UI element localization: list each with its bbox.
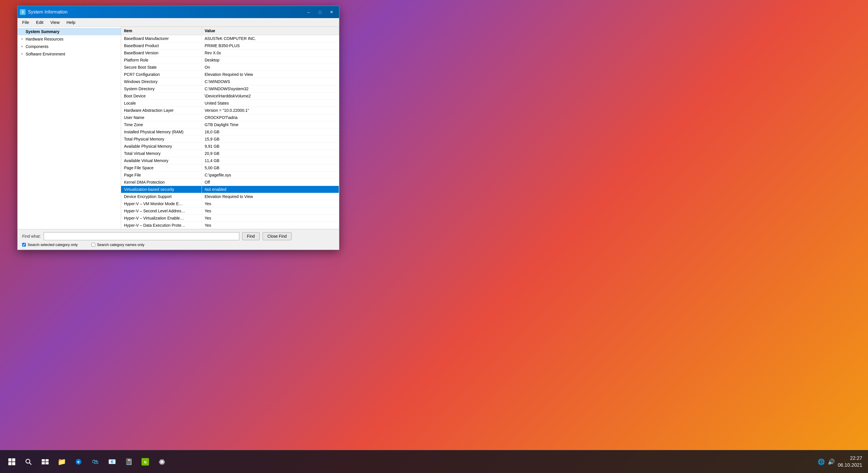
- table-row[interactable]: Device Encryption SupportElevation Requi…: [121, 193, 339, 200]
- sidebar-item-components[interactable]: + Components: [18, 43, 121, 50]
- close-find-button[interactable]: Close Find: [262, 232, 291, 240]
- table-cell-item: Installed Physical Memory (RAM): [121, 129, 202, 136]
- find-bar: Find what: Find Close Find Search select…: [18, 229, 339, 250]
- table-row[interactable]: Secure Boot StateOn: [121, 64, 339, 71]
- clock-time: 22:27: [838, 455, 862, 462]
- sidebar-item-system-summary[interactable]: System Summary: [18, 28, 121, 35]
- table-row[interactable]: Page File Space5,00 GB: [121, 164, 339, 172]
- taskbar-clock[interactable]: 22:27 06.10.2021: [838, 455, 862, 469]
- table-row[interactable]: BaseBoard ManufacturerASUSTeK COMPUTER I…: [121, 35, 339, 42]
- checkbox-search-category[interactable]: Search selected category only: [22, 242, 78, 247]
- svg-rect-9: [45, 462, 49, 464]
- sidebar-item-software-environment[interactable]: + Software Environment: [18, 50, 121, 58]
- table-cell-item: Page File Space: [121, 164, 202, 172]
- svg-line-5: [30, 463, 32, 465]
- sidebar-item-hardware-resources[interactable]: + Hardware Resources: [18, 35, 121, 43]
- sidebar-item-label: System Summary: [26, 29, 60, 34]
- column-header-value: Value: [202, 27, 339, 35]
- taskbar-mail[interactable]: 📧: [106, 456, 118, 468]
- taskbar: 📁 e 🛍 📧 📓 N 🌐 🔊 22:27 06.10: [0, 450, 868, 473]
- taskbar-nvidia[interactable]: N: [139, 456, 151, 468]
- table-row[interactable]: Page FileC:\pagefile.sys: [121, 172, 339, 179]
- table-row[interactable]: Hyper-V – Second Level Addres…Yes: [121, 207, 339, 215]
- table-row[interactable]: Virtualization-based securityNot enabled: [121, 186, 339, 193]
- table-row[interactable]: Hyper-V – Virtualization Enable…Yes: [121, 215, 339, 222]
- taskbar-onenote[interactable]: 📓: [123, 456, 134, 468]
- table-row[interactable]: Hyper-V – VM Monitor Mode E…Yes: [121, 200, 339, 207]
- find-label: Find what:: [22, 234, 41, 238]
- svg-text:e: e: [78, 460, 80, 464]
- taskbar-volume-icon: 🔊: [828, 458, 835, 465]
- menu-item-view[interactable]: View: [47, 19, 63, 26]
- svg-rect-1: [12, 458, 15, 462]
- table-cell-item: Hyper-V – VM Monitor Mode E…: [121, 200, 202, 207]
- table-cell-item: Locale: [121, 100, 202, 107]
- table-cell-item: Device Encryption Support: [121, 193, 202, 200]
- checkbox-search-names[interactable]: Search category names only: [91, 242, 144, 247]
- table-row[interactable]: Total Virtual Memory20,9 GB: [121, 150, 339, 157]
- table-row[interactable]: System DirectoryC:\WINDOWS\system32: [121, 86, 339, 93]
- find-input[interactable]: [44, 232, 239, 240]
- close-button[interactable]: ✕: [327, 8, 337, 16]
- taskbar-store[interactable]: 🛍: [89, 456, 101, 468]
- table-cell-value: 20,9 GB: [202, 150, 339, 157]
- menu-item-edit[interactable]: Edit: [32, 19, 47, 26]
- table-cell-item: Platform Role: [121, 57, 202, 64]
- table-cell-value: Desktop: [202, 57, 339, 64]
- clock-date: 06.10.2021: [838, 462, 862, 469]
- table-row[interactable]: Time ZoneGTB Daylight Time: [121, 121, 339, 129]
- table-cell-item: Page File: [121, 172, 202, 179]
- table-cell-value: On: [202, 64, 339, 71]
- taskbar-file-explorer[interactable]: 📁: [56, 456, 68, 468]
- table-cell-value: PRIME B350-PLUS: [202, 42, 339, 49]
- find-row: Find what: Find Close Find: [22, 232, 335, 240]
- table-cell-value: C:\WINDOWS\system32: [202, 86, 339, 93]
- column-header-item: Item: [121, 27, 202, 35]
- table-row[interactable]: Windows DirectoryC:\WINDOWS: [121, 78, 339, 86]
- table-cell-item: Time Zone: [121, 121, 202, 129]
- expand-icon: +: [21, 52, 25, 56]
- table-row[interactable]: BaseBoard VersionRev X.0x: [121, 49, 339, 57]
- table-cell-item: Kernel DMA Protection: [121, 179, 202, 186]
- taskbar-start-button[interactable]: [6, 456, 18, 468]
- taskbar-taskview-button[interactable]: [39, 456, 51, 468]
- table-cell-value: Yes: [202, 215, 339, 222]
- table-row[interactable]: Kernel DMA ProtectionOff: [121, 179, 339, 186]
- sidebar-item-label: Components: [26, 44, 48, 49]
- table-row[interactable]: Hyper-V – Data Execution Prote…Yes: [121, 222, 339, 229]
- expand-icon: +: [21, 37, 25, 41]
- checkbox-search-names-input[interactable]: [91, 243, 95, 246]
- table-row[interactable]: Boot Device\Device\HarddiskVolume2: [121, 93, 339, 100]
- table-row[interactable]: Installed Physical Memory (RAM)16,0 GB: [121, 129, 339, 136]
- menu-item-help[interactable]: Help: [63, 19, 79, 26]
- taskbar-search-button[interactable]: [23, 456, 34, 468]
- main-content: System Summary + Hardware Resources + Co…: [18, 27, 339, 229]
- table-cell-value: 11,4 GB: [202, 157, 339, 164]
- table-cell-value: \Device\HarddiskVolume2: [202, 93, 339, 100]
- table-cell-value: ASUSTeK COMPUTER INC.: [202, 35, 339, 42]
- svg-rect-7: [45, 459, 49, 462]
- taskbar-edge[interactable]: e: [72, 456, 85, 468]
- taskbar-settings[interactable]: [156, 456, 168, 468]
- table-row[interactable]: LocaleUnited States: [121, 100, 339, 107]
- table-row[interactable]: Available Physical Memory9,91 GB: [121, 143, 339, 150]
- table-row[interactable]: Available Virtual Memory11,4 GB: [121, 157, 339, 164]
- table-cell-value: 15,9 GB: [202, 136, 339, 143]
- table-cell-value: Version = "10.0.22000.1": [202, 107, 339, 114]
- table-cell-item: Secure Boot State: [121, 64, 202, 71]
- checkbox-search-category-input[interactable]: [22, 243, 26, 246]
- table-cell-value: Off: [202, 179, 339, 186]
- table-row[interactable]: Platform RoleDesktop: [121, 57, 339, 64]
- menu-item-file[interactable]: File: [19, 19, 32, 26]
- maximize-button[interactable]: □: [315, 8, 325, 16]
- find-button[interactable]: Find: [242, 232, 260, 240]
- table-row[interactable]: BaseBoard ProductPRIME B350-PLUS: [121, 42, 339, 49]
- table-cell-item: Available Virtual Memory: [121, 157, 202, 164]
- table-cell-item: System Directory: [121, 86, 202, 93]
- table-row[interactable]: Total Physical Memory15,9 GB: [121, 136, 339, 143]
- minimize-button[interactable]: –: [303, 8, 314, 16]
- table-row[interactable]: PCR7 ConfigurationElevation Required to …: [121, 71, 339, 78]
- table-row[interactable]: Hardware Abstraction LayerVersion = "10.…: [121, 107, 339, 114]
- table-row[interactable]: User NameCROCKPOT\adria: [121, 114, 339, 121]
- info-table: Item Value BaseBoard ManufacturerASUSTeK…: [121, 27, 339, 229]
